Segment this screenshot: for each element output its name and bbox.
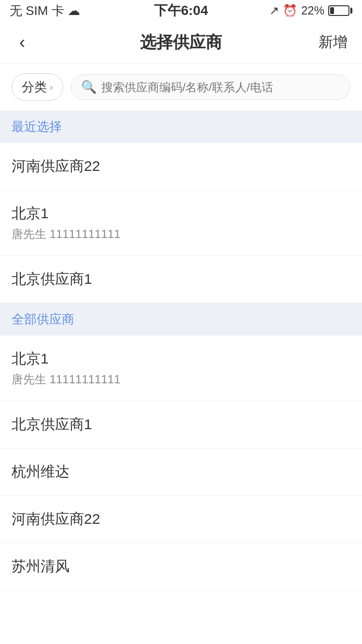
item-name: 北京供应商1 (12, 415, 350, 434)
search-area: 分类 › 🔍 (0, 64, 362, 111)
chevron-right-icon: › (50, 82, 53, 93)
supplier-list: 最近选择河南供应商22北京1唐先生 11111111111北京供应商1全部供应商… (0, 111, 362, 590)
battery-percent: 22% (301, 4, 324, 17)
section-header-recent: 最近选择 (0, 111, 362, 143)
list-item[interactable]: 苏州清风 (0, 543, 362, 590)
status-bar: 无 SIM 卡 ☁ 下午6:04 ↗ ⏰ 22% (0, 0, 362, 21)
status-left: 无 SIM 卡 ☁ (10, 2, 80, 19)
nav-bar: ‹ 选择供应商 新增 (0, 21, 362, 64)
list-item[interactable]: 杭州维达 (0, 448, 362, 496)
battery-indicator (328, 5, 352, 16)
status-right: ↗ ⏰ 22% (269, 4, 352, 17)
list-item[interactable]: 北京供应商1 (0, 401, 362, 448)
category-label: 分类 (22, 79, 47, 96)
list-item[interactable]: 河南供应商22 (0, 496, 362, 543)
item-name: 北京1 (12, 204, 350, 224)
item-name: 苏州清风 (12, 557, 350, 576)
item-name: 杭州维达 (12, 462, 350, 482)
search-input[interactable] (101, 81, 340, 94)
list-item[interactable]: 北京1唐先生 11111111111 (0, 190, 362, 256)
sim-status: 无 SIM 卡 ☁ (10, 2, 80, 19)
back-button[interactable]: ‹ (14, 28, 30, 57)
list-item[interactable]: 北京1唐先生 11111111111 (0, 336, 362, 401)
alarm-icon: ⏰ (283, 4, 297, 17)
item-name: 北京供应商1 (12, 269, 350, 289)
item-name: 河南供应商22 (12, 156, 350, 176)
list-item[interactable]: 北京供应商1 (0, 256, 362, 303)
list-item[interactable]: 河南供应商22 (0, 143, 362, 190)
new-action-button[interactable]: 新增 (319, 32, 348, 52)
section-header-all: 全部供应商 (0, 303, 362, 336)
location-icon: ↗ (269, 4, 279, 17)
page-title: 选择供应商 (140, 31, 222, 54)
search-box[interactable]: 🔍 (71, 74, 350, 100)
item-name: 河南供应商22 (12, 509, 350, 529)
category-button[interactable]: 分类 › (12, 73, 63, 101)
item-sub: 唐先生 11111111111 (12, 226, 350, 242)
search-icon: 🔍 (81, 80, 97, 95)
status-time: 下午6:04 (154, 1, 208, 20)
item-name: 北京1 (12, 349, 350, 369)
item-sub: 唐先生 11111111111 (12, 372, 350, 387)
